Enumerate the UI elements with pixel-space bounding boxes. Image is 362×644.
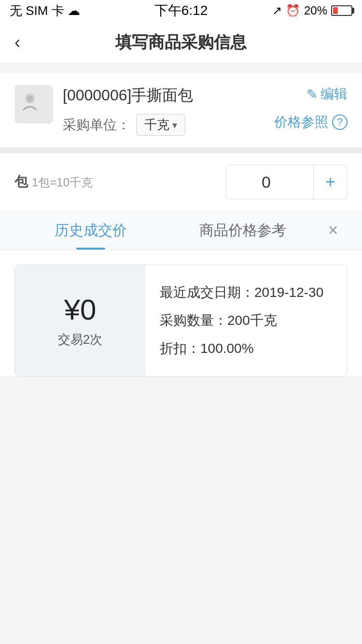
battery-percent: 20% bbox=[304, 4, 327, 17]
price-number: 0 bbox=[80, 294, 96, 326]
edit-label: 编辑 bbox=[320, 85, 348, 103]
recent-date-row: 最近成交日期：2019-12-30 bbox=[160, 282, 333, 303]
product-name: [0000006]手撕面包 bbox=[63, 85, 193, 106]
recent-date-value: 2019-12-30 bbox=[254, 285, 323, 300]
quantity-plus-button[interactable]: + bbox=[313, 165, 347, 199]
status-bar: 无 SIM 卡 ☁ 下午6:12 ↗ ⏰ 20% bbox=[0, 0, 362, 21]
unit-bag-label: 包 bbox=[14, 173, 28, 191]
alarm-icon: ⏰ bbox=[286, 4, 300, 17]
signal-text: 无 SIM 卡 ☁ bbox=[10, 2, 80, 19]
discount-label: 折扣： bbox=[160, 341, 200, 356]
price-card-right: 最近成交日期：2019-12-30 采购数量：200千克 折扣：100.00% bbox=[145, 265, 347, 376]
back-button[interactable]: ‹ bbox=[14, 32, 43, 53]
edit-button[interactable]: ✎ 编辑 bbox=[306, 85, 348, 103]
price-card: ¥0 交易2次 最近成交日期：2019-12-30 采购数量：200千克 折扣：… bbox=[14, 265, 348, 377]
unit-conversion: 1包=10千克 bbox=[32, 175, 93, 190]
recent-date-label: 最近成交日期： bbox=[160, 285, 254, 300]
dropdown-arrow-icon: ▾ bbox=[172, 119, 177, 131]
trade-count: 交易2次 bbox=[58, 331, 102, 348]
product-info: [0000006]手撕面包 采购单位： 千克 ▾ bbox=[63, 85, 193, 136]
tab-ref-label: 商品价格参考 bbox=[199, 221, 286, 240]
battery-icon bbox=[331, 5, 352, 16]
product-left: [0000006]手撕面包 采购单位： 千克 ▾ bbox=[14, 85, 193, 136]
product-card: [0000006]手撕面包 采购单位： 千克 ▾ ✎ 编辑 价格参照 ? bbox=[0, 73, 362, 147]
svg-point-1 bbox=[27, 96, 33, 101]
unit-value: 千克 bbox=[144, 116, 169, 133]
section-divider bbox=[0, 147, 362, 153]
status-left: 无 SIM 卡 ☁ bbox=[10, 2, 80, 19]
product-unit-row: 采购单位： 千克 ▾ bbox=[63, 114, 193, 136]
purchase-qty-label: 采购数量： bbox=[160, 313, 227, 328]
quantity-label: 包 1包=10千克 bbox=[14, 173, 93, 191]
discount-value: 100.00% bbox=[200, 341, 254, 356]
tab-underline bbox=[76, 248, 105, 250]
nav-bar: ‹ 填写商品采购信息 bbox=[0, 21, 362, 64]
price-ref-label: 价格参照 bbox=[274, 113, 328, 131]
price-ref-button[interactable]: 价格参照 ? bbox=[274, 113, 348, 131]
tab-close-button[interactable]: × bbox=[319, 211, 348, 250]
status-right: ↗ ⏰ 20% bbox=[272, 4, 352, 17]
discount-row: 折扣：100.00% bbox=[160, 338, 333, 359]
status-time: 下午6:12 bbox=[154, 1, 208, 20]
nav-icon: ↗ bbox=[272, 4, 282, 17]
edit-icon: ✎ bbox=[306, 86, 318, 102]
unit-dropdown[interactable]: 千克 ▾ bbox=[136, 114, 185, 136]
purchase-qty-value: 200千克 bbox=[227, 313, 277, 328]
price-currency-symbol: ¥ bbox=[64, 294, 80, 326]
tab-history-price[interactable]: 历史成交价 bbox=[14, 211, 167, 250]
price-card-left: ¥0 交易2次 bbox=[15, 265, 145, 376]
tab-price-reference[interactable]: 商品价格参考 bbox=[167, 211, 319, 250]
tabs-row: 历史成交价 商品价格参考 × bbox=[0, 211, 362, 250]
quantity-row: 包 1包=10千克 + bbox=[0, 153, 362, 211]
tab-history-label: 历史成交价 bbox=[55, 221, 127, 240]
product-thumbnail bbox=[14, 85, 53, 124]
price-value: ¥0 bbox=[64, 293, 97, 326]
help-icon: ? bbox=[332, 114, 348, 130]
quantity-input-group: + bbox=[226, 165, 348, 199]
product-right: ✎ 编辑 价格参照 ? bbox=[274, 85, 348, 131]
bottom-panel: 历史成交价 商品价格参考 × ¥0 交易2次 最近成交日期：2019-12-30… bbox=[0, 211, 362, 377]
quantity-input[interactable] bbox=[226, 165, 313, 199]
unit-label: 采购单位： bbox=[63, 116, 130, 134]
purchase-qty-row: 采购数量：200千克 bbox=[160, 310, 333, 331]
page-title: 填写商品采购信息 bbox=[115, 31, 247, 54]
